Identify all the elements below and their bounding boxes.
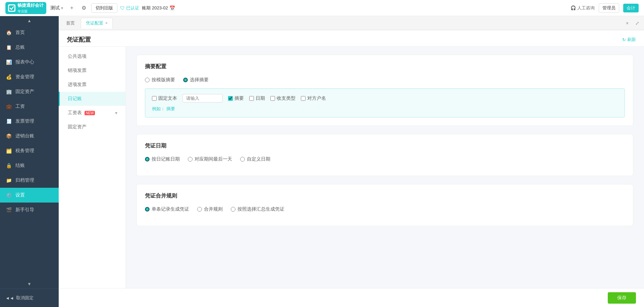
single-voucher-option[interactable]: 单条记录生成凭证 [145,206,189,212]
accountant-button[interactable]: 会计 [623,4,639,12]
tab-close-icon[interactable]: × [105,21,108,26]
sidebar-item-report[interactable]: 📊 报表中心 [0,55,59,70]
page-content: 凭证配置 ↻ 刷新 公共选项 销项发票 进项发票 日记账 工资表 NEW [59,30,644,307]
sidebar-item-home[interactable]: 🏠 首页 [0,25,59,40]
sidebar-item-archive[interactable]: 📁 归档管理 [0,173,59,188]
sidebar-item-ledger[interactable]: 📋 总账 [0,40,59,55]
fixed-text-checkbox[interactable] [152,96,157,101]
sidebar-scroll-down[interactable]: ▼ [0,279,59,289]
custom-date-option[interactable]: 自定义日期 [240,156,270,162]
sidebar-item-payroll[interactable]: 💼 工资 [0,99,59,114]
certified-label: 已认证 [126,5,139,11]
date-radio-group: 按日记账日期 对应期间最后一天 自定义日期 [145,156,625,162]
settings-nav-icon: ⚙️ [5,192,12,199]
sidebar-nav: 🏠 首页 📋 总账 📊 报表中心 💰 资金管理 🏢 固定资产 💼 工资 [0,25,59,279]
config-nav-payroll-table[interactable]: 工资表 NEW ▾ [59,106,125,120]
merge-rule-option[interactable]: 合并规则 [197,206,223,212]
income-type-checkbox[interactable] [270,96,275,101]
consult-button[interactable]: 🎧 人工咨询 [571,5,595,11]
summary-section: 摘要配置 按模版摘要 选择摘要 [137,55,633,126]
select-summary-radio[interactable] [183,78,188,82]
abstract-checkbox[interactable] [228,96,233,101]
merge-section-title: 凭证合并规则 [145,192,625,200]
config-nav-purchase-invoice[interactable]: 进项发票 [59,78,125,92]
sidebar-item-close[interactable]: 🔒 结账 [0,158,59,173]
template-summary-option[interactable]: 按模版摘要 [145,77,175,83]
company-selector[interactable]: 测试 ▾ [50,5,63,11]
tab-close-all-icon[interactable]: × [623,19,631,27]
refresh-icon: ↻ [622,37,626,42]
config-main: 摘要配置 按模版摘要 选择摘要 [126,47,644,288]
sidebar-label-guide: 新手引导 [15,207,34,213]
topbar-actions: ＋ ⚙ 切到旧版 🛡 已认证 账期 2023-02 📅 [67,3,175,13]
calendar-icon[interactable]: 📅 [169,5,175,11]
funds-icon: 💰 [5,74,12,80]
period-last-radio[interactable] [188,157,193,162]
sidebar-item-tax[interactable]: 🗂️ 税务管理 [0,143,59,158]
sidebar-label-payroll: 工资 [15,103,25,109]
sidebar-label-archive: 归档管理 [15,177,34,183]
date-section: 凭证日期 按日记账日期 对应期间最后一天 [137,134,633,176]
config-nav-fixed-assets[interactable]: 固定资产 [59,120,125,134]
add-icon[interactable]: ＋ [67,3,76,13]
single-voucher-label: 单条记录生成凭证 [152,206,189,212]
manager-button[interactable]: 管理员 [599,3,619,13]
cancel-fixed-button[interactable]: ◄◄ 取消固定 [0,292,59,304]
merge-rule-radio[interactable] [197,207,202,212]
select-merge-option[interactable]: 按照选择汇总生成凭证 [231,206,284,212]
assets-icon: 🏢 [5,88,12,95]
select-merge-radio[interactable] [231,207,235,212]
config-nav-journal[interactable]: 日记账 [59,92,125,106]
sidebar-item-funds[interactable]: 💰 资金管理 [0,70,59,84]
counterparty-checkbox-label[interactable]: 对方户名 [301,95,326,101]
sidebar-label-tax: 税务管理 [15,148,34,154]
main-layout: ▲ 🏠 首页 📋 总账 📊 报表中心 💰 资金管理 🏢 固定资产 [0,16,644,307]
sidebar-item-guide[interactable]: 🎬 新手引导 [0,203,59,217]
tax-icon: 🗂️ [5,147,12,154]
fixed-text-input[interactable] [182,94,223,102]
sidebar-label-close: 结账 [15,163,25,169]
abstract-checkbox-label[interactable]: 摘要 [228,95,244,101]
period-last-option[interactable]: 对应期间最后一天 [188,156,232,162]
select-summary-option[interactable]: 选择摘要 [183,77,209,83]
sidebar-item-invoice[interactable]: 🧾 发票管理 [0,114,59,129]
tab-voucher-config[interactable]: 凭证配置 × [81,18,113,29]
sidebar-item-assets[interactable]: 🏢 固定资产 [0,84,59,99]
tab-expand-icon[interactable]: ⤢ [633,19,641,27]
tab-home-label: 首页 [66,20,75,26]
fixed-text-checkbox-label[interactable]: 固定文本 [152,95,177,101]
headset-icon: 🎧 [571,5,576,10]
config-nav-public[interactable]: 公共选项 [59,49,125,63]
sidebar-label-ledger: 总账 [15,44,25,50]
sidebar-label-invoice: 发票管理 [15,118,34,124]
config-nav-sales-invoice[interactable]: 销项发票 [59,63,125,78]
summary-section-title: 摘要配置 [145,63,625,70]
period-last-label: 对应期间最后一天 [195,156,232,162]
example-text: 例如： 摘要 [152,106,618,112]
date-checkbox[interactable] [249,96,254,101]
single-voucher-radio[interactable] [145,207,150,212]
settings-icon[interactable]: ⚙ [79,3,89,13]
tab-home[interactable]: 首页 [61,18,79,28]
invoice-icon: 🧾 [5,118,12,125]
sidebar-scroll-up[interactable]: ▲ [0,16,59,25]
summary-radio-group: 按模版摘要 选择摘要 [145,77,625,83]
sidebar-label-purchase-sales: 进销台账 [15,133,34,139]
payroll-expand-icon[interactable]: ▾ [115,110,117,116]
sidebar-item-settings[interactable]: ⚙️ 设置 [0,188,59,203]
custom-date-radio[interactable] [240,157,245,162]
template-summary-radio[interactable] [145,78,150,82]
merge-rule-label: 合并规则 [204,206,223,212]
journal-date-option[interactable]: 按日记账日期 [145,156,180,162]
sidebar-label-settings: 设置 [15,192,25,198]
refresh-button[interactable]: ↻ 刷新 [622,37,636,43]
switch-old-version-button[interactable]: 切到旧版 [91,3,117,13]
date-checkbox-label[interactable]: 日期 [249,95,265,101]
topbar-right: 🎧 人工咨询 管理员 会计 [571,3,639,13]
save-button[interactable]: 保存 [608,292,636,304]
income-type-label: 收支类型 [277,95,296,101]
counterparty-checkbox[interactable] [301,96,306,101]
sidebar-item-purchase-sales[interactable]: 📦 进销台账 [0,129,59,143]
income-type-checkbox-label[interactable]: 收支类型 [270,95,296,101]
journal-date-radio[interactable] [145,157,150,162]
